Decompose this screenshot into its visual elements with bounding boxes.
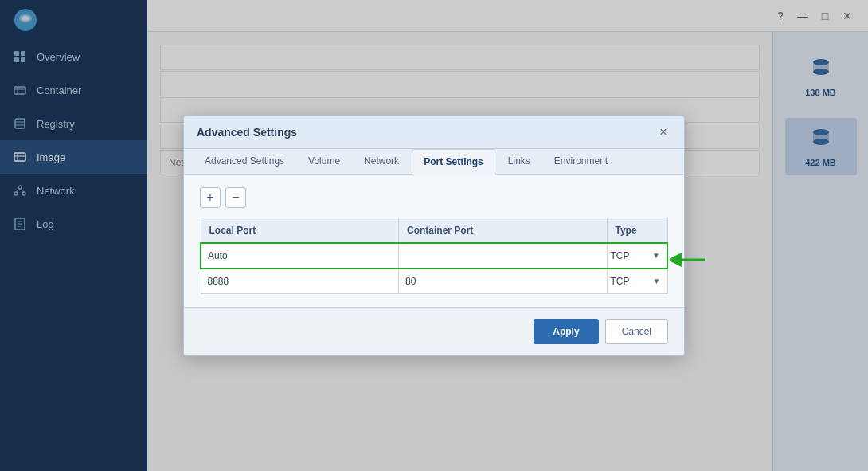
tab-volume[interactable]: Volume <box>297 149 351 173</box>
table-row: TCP UDP ▼ <box>201 269 667 294</box>
modal-body: + − Local Port Container Port Type <box>184 175 684 307</box>
table-container: Local Port Container Port Type <box>200 218 668 294</box>
tab-port-settings[interactable]: Port Settings <box>412 149 495 175</box>
remove-row-button[interactable]: − <box>225 187 246 208</box>
modal-titlebar: Advanced Settings × <box>184 116 684 149</box>
advanced-settings-modal: Advanced Settings × Advanced Settings Vo… <box>183 116 685 356</box>
tab-environment[interactable]: Environment <box>543 149 619 173</box>
tab-advanced-settings[interactable]: Advanced Settings <box>194 149 295 173</box>
col-header-type: Type <box>607 218 667 243</box>
port-settings-table: Local Port Container Port Type <box>200 218 668 294</box>
modal-toolbar: + − <box>200 187 668 208</box>
modal-footer: Apply Cancel <box>184 307 684 355</box>
row1-local-port-cell[interactable] <box>201 243 399 269</box>
cancel-button[interactable]: Cancel <box>605 319 668 344</box>
row1-type-select[interactable]: TCP UDP <box>608 244 667 268</box>
modal-title: Advanced Settings <box>197 126 297 139</box>
green-arrow-indicator <box>670 251 706 269</box>
green-arrow-icon <box>670 251 706 269</box>
tab-links[interactable]: Links <box>497 149 542 173</box>
table-row: TCP UDP ▼ <box>201 243 667 269</box>
tab-network[interactable]: Network <box>353 149 410 173</box>
row1-container-port-cell[interactable] <box>399 243 608 269</box>
col-header-local-port: Local Port <box>201 218 399 243</box>
row2-container-port-input[interactable] <box>399 269 550 293</box>
row2-local-port-cell[interactable] <box>201 269 399 294</box>
row2-type-select-wrapper: TCP UDP ▼ <box>608 269 667 293</box>
row1-container-port-input[interactable] <box>399 244 550 268</box>
row2-type-cell[interactable]: TCP UDP ▼ <box>607 269 667 294</box>
row2-container-port-cell[interactable] <box>399 269 608 294</box>
row1-local-port-input[interactable] <box>201 244 345 268</box>
row1-type-select-wrapper: TCP UDP ▼ <box>608 244 667 268</box>
row2-local-port-input[interactable] <box>201 269 345 293</box>
row2-type-select[interactable]: TCP UDP <box>608 269 667 293</box>
row1-type-cell[interactable]: TCP UDP ▼ <box>607 243 667 269</box>
add-row-button[interactable]: + <box>200 187 221 208</box>
modal-tabs: Advanced Settings Volume Network Port Se… <box>184 149 684 175</box>
apply-button[interactable]: Apply <box>534 319 598 344</box>
col-header-container-port: Container Port <box>399 218 608 243</box>
modal-close-button[interactable]: × <box>655 124 671 140</box>
